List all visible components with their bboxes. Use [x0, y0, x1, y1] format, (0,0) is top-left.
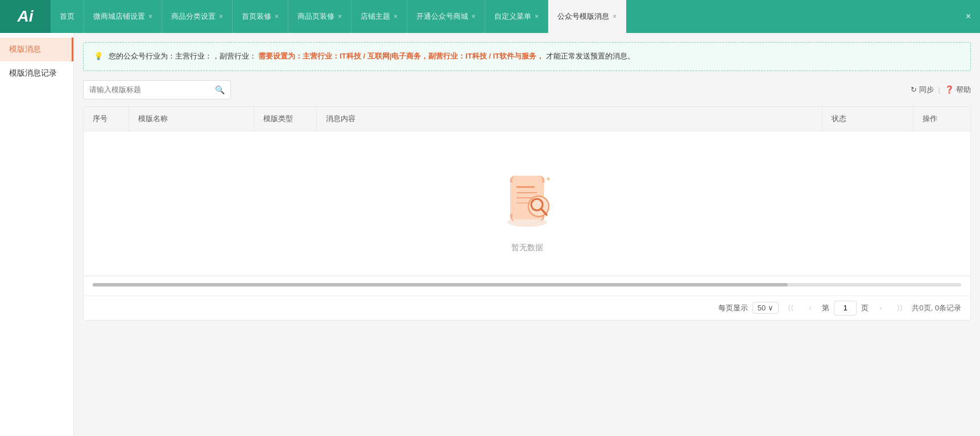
page-size-label: 每页显示	[718, 303, 748, 313]
nav-tab-5[interactable]: 店铺主题×	[352, 0, 407, 33]
last-page-button[interactable]: ⟩⟩	[892, 301, 907, 315]
th-action: 操作	[913, 107, 970, 131]
th-content: 消息内容	[317, 107, 822, 131]
page-number-input[interactable]	[834, 301, 857, 315]
page-size-select[interactable]: 50 ∨	[752, 302, 779, 314]
help-icon: ❓	[945, 85, 954, 94]
next-page-button[interactable]: ›	[873, 301, 888, 315]
svg-text:✦: ✦	[545, 175, 551, 183]
main-layout: 模版消息模版消息记录 💡 您的公众号行业为：主营行业：，副营行业： 需要设置为：…	[0, 33, 980, 436]
scrollbar-thumb[interactable]	[93, 283, 788, 286]
page-size-value: 50	[758, 304, 766, 312]
nav-tab-0[interactable]: 首页	[51, 0, 84, 33]
page-prefix: 第	[822, 303, 829, 313]
table-header: 序号 模版名称 模版类型 消息内容 状态 操作	[84, 107, 970, 131]
tab-close-icon-6[interactable]: ×	[472, 13, 475, 20]
tab-close-icon-4[interactable]: ×	[338, 13, 342, 20]
sync-button[interactable]: ↻ 同步	[911, 85, 934, 95]
page-suffix: 页	[861, 303, 869, 313]
help-button[interactable]: ❓ 帮助	[945, 85, 971, 95]
nav-tab-2[interactable]: 商品分类设置×	[162, 0, 233, 33]
notice-suffix: 才能正常发送预置的消息。	[546, 52, 635, 60]
th-seq: 序号	[84, 107, 129, 131]
first-page-button[interactable]: ⟨⟨	[783, 301, 798, 315]
chevron-down-icon: ∨	[768, 304, 774, 312]
empty-text: 暂无数据	[511, 243, 543, 253]
tab-close-icon-5[interactable]: ×	[394, 13, 398, 20]
pagination: 每页显示 50 ∨ ⟨⟨ ‹ 第 页 › ⟩⟩ 共0页, 0条记录	[84, 296, 970, 320]
help-label: 帮助	[956, 85, 971, 95]
notice-icon: 💡	[94, 52, 103, 60]
sidebar-item-1[interactable]: 模版消息记录	[0, 61, 73, 85]
th-name: 模版名称	[129, 107, 254, 131]
sidebar-item-0[interactable]: 模版消息	[0, 38, 73, 61]
logo-text: Ai	[18, 7, 34, 26]
prev-page-button[interactable]: ‹	[803, 301, 817, 315]
search-input-wrap[interactable]: 🔍	[83, 80, 231, 99]
notice-box: 💡 您的公众号行业为：主营行业：，副营行业： 需要设置为：主营行业：IT科技 /…	[83, 42, 971, 71]
nav-tabs: 首页微商城店铺设置×商品分类设置×首页装修×商品页装修×店铺主题×开通公众号商城…	[51, 0, 957, 33]
tab-close-icon-8[interactable]: ×	[613, 13, 617, 20]
th-type: 模版类型	[254, 107, 317, 131]
sidebar: 模版消息模版消息记录	[0, 33, 74, 436]
logo: Ai	[0, 0, 51, 33]
nav-tab-4[interactable]: 商品页装修×	[288, 0, 352, 33]
scrollbar-track[interactable]	[93, 283, 961, 286]
content-area: 💡 您的公众号行业为：主营行业：，副营行业： 需要设置为：主营行业：IT科技 /…	[74, 33, 980, 436]
page-summary: 共0页, 0条记录	[912, 303, 961, 313]
nav-tab-1[interactable]: 微商城店铺设置×	[84, 0, 162, 33]
top-nav: Ai 首页微商城店铺设置×商品分类设置×首页装修×商品页装修×店铺主题×开通公众…	[0, 0, 980, 33]
tab-close-icon-1[interactable]: ×	[148, 13, 152, 20]
table-wrap: 序号 模版名称 模版类型 消息内容 状态 操作	[83, 106, 971, 321]
tab-close-icon-3[interactable]: ×	[275, 13, 279, 20]
sync-label: 同步	[919, 85, 934, 95]
toolbar-right: ↻ 同步 | ❓ 帮助	[911, 85, 971, 95]
search-bar: 🔍 ↻ 同步 | ❓ 帮助	[83, 80, 971, 99]
sync-icon: ↻	[911, 85, 917, 94]
divider: |	[938, 85, 940, 94]
nav-tab-3[interactable]: 首页装修×	[233, 0, 288, 33]
empty-illustration: ✦ ·	[493, 165, 561, 234]
nav-tab-7[interactable]: 自定义菜单×	[485, 0, 548, 33]
search-input[interactable]	[89, 85, 215, 94]
tab-close-icon-7[interactable]: ×	[535, 13, 539, 20]
empty-state: ✦ · 暂无数据	[84, 131, 970, 276]
close-all-button[interactable]: ×	[957, 11, 980, 22]
search-icon[interactable]: 🔍	[215, 85, 225, 94]
nav-tab-6[interactable]: 开通公众号商城×	[407, 0, 485, 33]
scrollbar-area	[84, 276, 970, 296]
svg-text:·: ·	[550, 190, 551, 195]
tab-close-icon-2[interactable]: ×	[219, 13, 223, 20]
th-status: 状态	[822, 107, 913, 131]
notice-highlight: 需要设置为：主营行业：IT科技 / 互联网|电子商务，副营行业：IT科技 / I…	[258, 52, 544, 60]
nav-tab-8[interactable]: 公众号模版消息×	[548, 0, 626, 33]
notice-prefix: 您的公众号行业为：主营行业：，副营行业：	[109, 52, 257, 60]
